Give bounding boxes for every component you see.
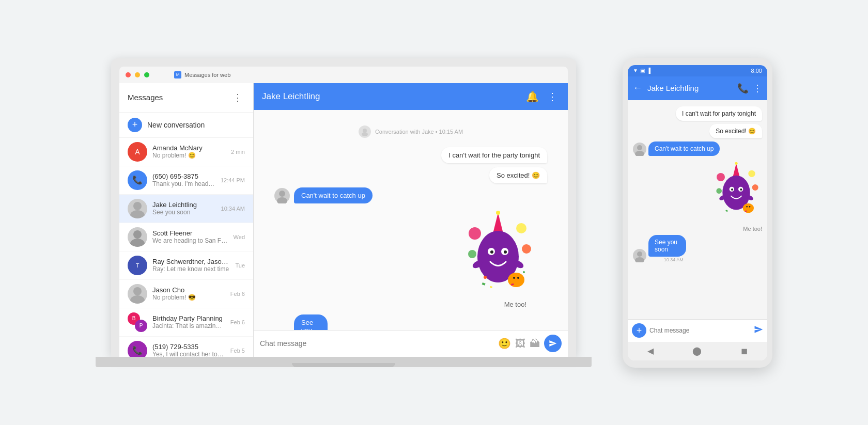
phone-add-button[interactable]: +: [632, 323, 646, 338]
msg-row-sent2: So excited! 😊: [274, 167, 547, 183]
phone-msg-time: 10:34 AM: [648, 257, 699, 262]
chat-message-input[interactable]: [260, 339, 494, 348]
msg-row-received2: See you soon 10:34 AM: [274, 314, 547, 330]
back-nav-icon[interactable]: ◀: [647, 346, 654, 356]
sticker-area: [274, 208, 547, 296]
chat-more-icon[interactable]: ⋮: [545, 88, 560, 105]
tab-label: Messages for web: [184, 72, 230, 78]
send-button[interactable]: [544, 335, 562, 352]
conv-item-jake[interactable]: Jake Leichtling See you soon 10:34 AM: [119, 195, 253, 223]
conv-preview: We are heading to San Francisco: [152, 237, 228, 244]
conv-item-ray[interactable]: T Ray Schwerdtner, Jason Tzou Ray: Let m…: [119, 251, 253, 280]
phone-more-icon[interactable]: ⋮: [753, 83, 762, 94]
phone-me-too: Me too!: [743, 226, 762, 232]
phone-avatar-small2: [633, 249, 646, 262]
emoji-icon[interactable]: 🙂: [498, 337, 511, 350]
avatar-phone2: 📞: [128, 341, 147, 357]
svg-point-40: [752, 184, 758, 191]
traffic-light-green[interactable]: [144, 72, 149, 77]
conv-info-jason: Jason Cho No problem! 😎: [152, 286, 225, 301]
phone-message-input[interactable]: [649, 327, 751, 334]
conv-item-birthday[interactable]: B P Birthday Party Planning Jacinta: Tha…: [119, 308, 253, 337]
new-conversation-icon: +: [128, 118, 142, 132]
conv-name: Birthday Party Planning: [152, 314, 225, 322]
avatar-ray: T: [128, 256, 147, 275]
svg-point-42: [735, 162, 737, 164]
image-icon[interactable]: 🏔: [530, 338, 540, 350]
notification-icon[interactable]: 🔔: [524, 88, 541, 105]
conv-time: Tue: [235, 262, 245, 269]
svg-point-56: [635, 257, 644, 262]
phone-screen: ▼ ▣ ▐ 8:00 ← Jake Leichtling 📞 ⋮ I: [628, 65, 767, 360]
conv-time: 10:34 AM: [221, 206, 245, 212]
chat-contact-name: Jake Leichtling: [262, 91, 320, 102]
phone-input-bar: +: [628, 319, 767, 342]
conv-item-scott[interactable]: Scott Fleener We are heading to San Fran…: [119, 223, 253, 251]
svg-point-26: [513, 277, 515, 279]
phone-status-icons: ▼ ▣ ▐: [633, 68, 650, 73]
new-conversation-button[interactable]: + New conversation: [119, 113, 253, 138]
phone-call-icon[interactable]: 📞: [737, 83, 749, 94]
svg-point-37: [717, 173, 725, 181]
conv-preview: Thank you. I'm heading home now.: [152, 180, 215, 187]
traffic-light-yellow[interactable]: [135, 72, 140, 77]
svg-point-5: [130, 295, 145, 304]
conv-name: (519) 729-5335: [152, 343, 225, 351]
conversation-list: A Amanda McNary No problem! 😊 2 min 📞: [119, 138, 253, 357]
phone-bubble-sent1: I can't wait for party tonight: [676, 106, 762, 121]
conv-time: Feb 6: [230, 291, 245, 297]
conv-name: (650) 695-3875: [152, 172, 215, 180]
avatar-scott: [128, 227, 147, 247]
svg-point-38: [748, 170, 755, 177]
sidebar-title: Messages: [128, 93, 163, 102]
bubble-received1: Can't wait to catch up: [294, 187, 373, 203]
bubble-sent2: So excited! 😊: [489, 167, 547, 183]
scene: M Messages for web Messages ⋮ + New conv…: [0, 0, 868, 425]
home-nav-icon[interactable]: ⬤: [692, 346, 702, 356]
conv-item-phone1[interactable]: 📞 (650) 695-3875 Thank you. I'm heading …: [119, 166, 253, 195]
conv-info-phone2: (519) 729-5335 Yes, I will contact her t…: [152, 343, 225, 357]
sidebar-header: Messages ⋮: [119, 83, 253, 113]
conv-preview: No problem! 😊: [152, 152, 226, 159]
phone-header-icons: 📞 ⋮: [737, 83, 762, 94]
laptop-bezel: M Messages for web Messages ⋮ + New conv…: [111, 58, 576, 357]
sticker-emoji: [459, 208, 537, 296]
conv-preview: No problem! 😎: [152, 294, 225, 301]
svg-point-51: [746, 206, 748, 208]
laptop: M Messages for web Messages ⋮ + New conv…: [96, 58, 592, 367]
conv-info-scott: Scott Fleener We are heading to San Fran…: [152, 229, 228, 244]
svg-point-17: [496, 211, 500, 215]
phone: ▼ ▣ ▐ 8:00 ← Jake Leichtling 📞 ⋮ I: [623, 58, 772, 368]
conv-time: Feb 6: [230, 319, 245, 325]
svg-point-36: [635, 151, 644, 156]
new-conversation-label: New conversation: [147, 121, 205, 129]
conv-name: Amanda McNary: [152, 144, 226, 152]
chat-messages: Conversation with Jake • 10:15 AM I can'…: [254, 110, 568, 330]
conv-item-amanda[interactable]: A Amanda McNary No problem! 😊 2 min: [119, 138, 253, 166]
bubble-text: See you soon: [655, 239, 680, 253]
avatar-jake: [128, 199, 147, 218]
svg-point-12: [469, 227, 481, 240]
conv-item-jason[interactable]: Jason Cho No problem! 😎 Feb 6: [119, 280, 253, 308]
conv-time: Wed: [234, 234, 245, 240]
conv-name: Jake Leichtling: [152, 201, 216, 209]
laptop-content: Messages ⋮ + New conversation A Amanda M…: [119, 83, 568, 357]
back-button[interactable]: ←: [633, 83, 642, 93]
svg-point-15: [522, 244, 531, 254]
monster-sticker-svg: [459, 208, 537, 290]
chat-header: Jake Leichtling 🔔 ⋮: [254, 83, 568, 110]
sticker-icon[interactable]: 🖼: [515, 338, 525, 350]
sidebar-more-button[interactable]: ⋮: [230, 90, 245, 105]
traffic-light-red[interactable]: [126, 72, 131, 77]
svg-point-39: [716, 188, 722, 194]
conv-info-phone1: (650) 695-3875 Thank you. I'm heading ho…: [152, 172, 215, 187]
svg-point-21: [490, 250, 493, 254]
bubble-text: Can't wait to catch up: [301, 192, 365, 199]
phone-send-button[interactable]: [754, 325, 763, 337]
svg-point-0: [133, 202, 142, 210]
recents-nav-icon[interactable]: ◼: [741, 346, 748, 356]
conv-item-phone2[interactable]: 📞 (519) 729-5335 Yes, I will contact her…: [119, 337, 253, 357]
phone-time: 8:00: [751, 68, 762, 74]
conv-info-amanda: Amanda McNary No problem! 😊: [152, 144, 226, 159]
conv-preview: See you soon: [152, 209, 216, 216]
